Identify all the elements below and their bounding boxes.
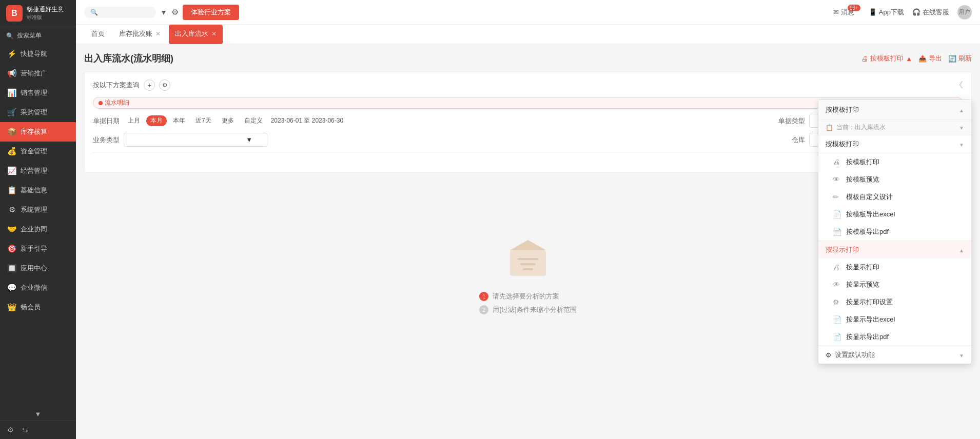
date-opt-this-month[interactable]: 本月 xyxy=(146,115,167,126)
tab-warehouse-flow-close[interactable]: ✕ xyxy=(211,30,217,37)
sidebar-item-label: 采购管理 xyxy=(21,108,47,117)
template-design-label: 模板自定义设计 xyxy=(846,192,893,202)
biz-type-select[interactable]: ▼ xyxy=(124,133,267,147)
tab-warehouse-flow[interactable]: 出入库流水 ✕ xyxy=(169,25,223,44)
sidebar-scroll-down[interactable]: ▼ xyxy=(0,408,76,420)
date-opt-more[interactable]: 更多 xyxy=(218,115,238,126)
search-add-btn[interactable]: + xyxy=(144,79,155,91)
footer-arrow xyxy=(959,351,964,359)
finance-icon: 💰 xyxy=(7,147,16,156)
sidebar-item-quick-nav[interactable]: ⚡ 快捷导航 xyxy=(0,44,76,64)
wechat-icon: 💬 xyxy=(7,283,16,292)
sidebar-item-member[interactable]: 👑 畅会员 xyxy=(0,297,76,317)
date-options: 上月 本月 本年 近7天 更多 自定义 xyxy=(124,115,267,126)
dropdown-item-template-excel[interactable]: 📄 按模板导出excel xyxy=(818,206,971,223)
dropdown-item-display-preview[interactable]: 👁 按显示预览 xyxy=(818,276,971,293)
sidebar-item-guide[interactable]: 🎯 新手引导 xyxy=(0,239,76,258)
sidebar-item-label: 销售管理 xyxy=(21,88,47,97)
sidebar-toggle-icon[interactable]: ⇆ xyxy=(22,426,28,434)
dropdown-footer-settings[interactable]: ⚙ 设置默认功能 xyxy=(818,346,971,364)
print-template-btn[interactable]: 🖨 按模板打印 ▲ xyxy=(861,54,912,63)
search-settings-btn[interactable]: ⚙ xyxy=(159,79,170,91)
export-btn[interactable]: 📤 导出 xyxy=(918,54,942,63)
footer-settings-label: 设置默认功能 xyxy=(835,350,875,360)
template-excel-icon: 📄 xyxy=(833,210,841,218)
sidebar-item-operations[interactable]: 📈 经营管理 xyxy=(0,161,76,181)
dropdown-item-display-pdf[interactable]: 📄 按显示导出pdf xyxy=(818,328,971,346)
dropdown-item-template-design[interactable]: ✏ 模板自定义设计 xyxy=(818,188,971,206)
display-print-label: 按显示打印 xyxy=(846,263,879,272)
dropdown-collapse-icon[interactable] xyxy=(959,106,964,114)
tab-batch-account-close[interactable]: ✕ xyxy=(155,30,161,37)
search-panel-label: 按以下方案查询 xyxy=(93,81,140,90)
sidebar-item-collab[interactable]: 🤝 企业协同 xyxy=(0,220,76,239)
collab-icon: 🤝 xyxy=(7,225,16,234)
settings-gear-icon[interactable]: ⚙ xyxy=(7,426,14,434)
date-opt-this-year[interactable]: 本年 xyxy=(169,115,189,126)
biz-type-field: 业务类型 ▼ xyxy=(93,133,267,147)
date-label: 单据日期 xyxy=(93,116,120,126)
dropdown-item-template-preview[interactable]: 👁 按模板预览 xyxy=(818,171,971,188)
tip-number-1: 1 xyxy=(479,292,488,301)
app-download-btn[interactable]: 📱 App下载 xyxy=(869,8,904,17)
page-header: 出入库流水(流水明细) 🖨 按模板打印 ▲ 📤 导出 🔄 刷新 xyxy=(84,52,972,65)
sidebar-bottom: ⚙ ⇆ xyxy=(0,420,76,439)
tip-number-2: 2 xyxy=(479,305,488,314)
topbar-right: ✉ 消息 99+ 📱 App下载 🎧 在线客服 用户 xyxy=(833,5,972,19)
sidebar-item-label: 资金管理 xyxy=(21,147,47,156)
app-edition: 标准版 xyxy=(27,14,64,21)
empty-tip-1: 1 请先选择要分析的方案 xyxy=(479,292,576,301)
display-print-icon: 🖨 xyxy=(833,263,841,271)
sidebar-item-purchase[interactable]: 🛒 采购管理 xyxy=(0,103,76,122)
template-section-header[interactable]: 按模板打印 xyxy=(818,135,971,153)
date-range-box[interactable]: 2023-06-01 至 2023-06-30 xyxy=(271,116,343,125)
sidebar-item-marketing[interactable]: 📢 营销推广 xyxy=(0,64,76,83)
current-icon: 📋 xyxy=(826,124,833,131)
sidebar-item-sales[interactable]: 📊 销售管理 xyxy=(0,83,76,103)
sidebar-search-label: 搜索菜单 xyxy=(17,31,42,40)
date-range-text: 2023-06-01 至 2023-06-30 xyxy=(271,116,343,125)
search-collapse-btn[interactable]: 《 xyxy=(955,80,963,91)
topbar-search-icon: 🔍 xyxy=(90,9,98,16)
date-opt-7days[interactable]: 近7天 xyxy=(191,115,215,126)
sidebar-item-basic-info[interactable]: 📋 基础信息 xyxy=(0,181,76,200)
tab-batch-account[interactable]: 库存批次账 ✕ xyxy=(112,25,168,44)
sidebar-item-finance[interactable]: 💰 资金管理 xyxy=(0,142,76,161)
dropdown-item-display-settings[interactable]: ⚙ 按显示打印设置 xyxy=(818,293,971,311)
dropdown-current: 📋 当前：出入库流水 xyxy=(818,120,971,135)
sidebar-item-label: 库存核算 xyxy=(21,127,47,136)
dropdown-item-template-pdf[interactable]: 📄 按模板导出pdf xyxy=(818,223,971,241)
message-badge: 99+ xyxy=(848,5,860,11)
sidebar-item-inventory[interactable]: 📦 库存核算 xyxy=(0,122,76,142)
guide-icon: 🎯 xyxy=(7,244,16,253)
refresh-label: 刷新 xyxy=(958,54,972,63)
tab-home[interactable]: 首页 xyxy=(84,25,112,44)
tabs-bar: 首页 库存批次账 ✕ 出入库流水 ✕ xyxy=(76,25,980,44)
topbar-gear-icon[interactable]: ⚙ xyxy=(171,7,179,17)
phone-icon: 📱 xyxy=(869,8,877,16)
sidebar-item-wechat[interactable]: 💬 企业微信 xyxy=(0,278,76,297)
quick-nav-icon: ⚡ xyxy=(7,49,16,58)
message-btn[interactable]: ✉ 消息 99+ xyxy=(833,8,854,17)
dropdown-item-template-print[interactable]: 🖨 按模板打印 xyxy=(818,153,971,171)
refresh-btn[interactable]: 🔄 刷新 xyxy=(948,54,972,63)
trial-btn[interactable]: 体验行业方案 xyxy=(183,5,239,20)
current-dropdown-icon[interactable] xyxy=(959,124,964,131)
tab-home-label: 首页 xyxy=(91,29,105,38)
date-opt-custom[interactable]: 自定义 xyxy=(240,115,267,126)
date-opt-last-month[interactable]: 上月 xyxy=(124,115,144,126)
user-avatar[interactable]: 用户 xyxy=(957,5,972,19)
sidebar-item-label: 营销推广 xyxy=(21,69,47,78)
dropdown-item-display-print[interactable]: 🖨 按显示打印 xyxy=(818,258,971,276)
sidebar-item-app-center[interactable]: 🔲 应用中心 xyxy=(0,258,76,278)
avatar-text: 用户 xyxy=(959,8,970,16)
svg-marker-1 xyxy=(510,240,546,250)
online-service-btn[interactable]: 🎧 在线客服 xyxy=(912,8,949,17)
sidebar-search[interactable]: 🔍 搜索菜单 xyxy=(0,27,76,44)
sidebar-item-system[interactable]: ⚙ 系统管理 xyxy=(0,200,76,220)
dropdown-item-display-excel[interactable]: 📄 按显示导出excel xyxy=(818,311,971,328)
display-section-header[interactable]: 按显示打印 xyxy=(818,241,971,258)
topbar-search-box[interactable]: 🔍 xyxy=(84,7,156,18)
template-section-arrow xyxy=(959,141,964,148)
topbar-dropdown-btn[interactable]: ▼ xyxy=(160,8,167,16)
